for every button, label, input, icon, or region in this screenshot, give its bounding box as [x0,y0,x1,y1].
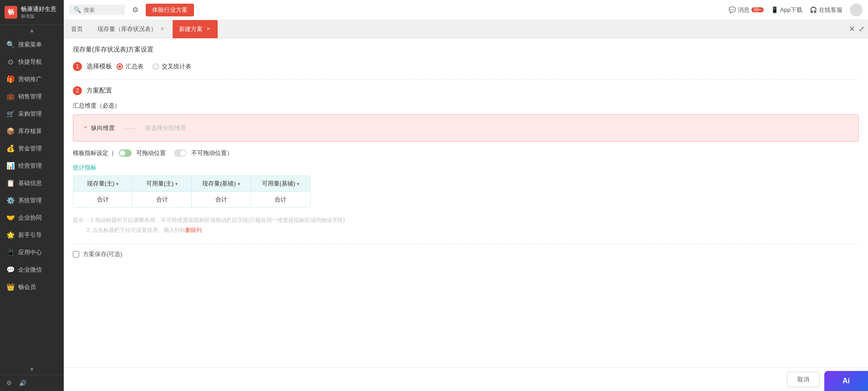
page-title: 现存量(库存状况表)方案设置 [73,46,859,54]
stats-col-1-value: 合计 [133,191,192,207]
sidebar-item-label: 畅会员 [18,283,36,291]
sidebar-scroll-down[interactable]: ▼ [27,365,36,373]
online-service-btn[interactable]: 🎧 在线客服 [810,6,842,14]
sidebar-item-search[interactable]: 🔍 搜索菜单 [0,36,64,53]
stats-col-1-header[interactable]: 可用量(主) ▾ [133,176,192,191]
dim-placeholder[interactable]: 请选择分组维度 [145,124,186,132]
stats-col-3-label: 可用量(基辅) [262,180,296,188]
template-radio-group: 汇总表 交叉统计表 [117,62,191,71]
hint-2-text: 2. 点击标题栏下拉可设置排序、插入列和 [73,227,185,233]
message-icon: 💬 [729,6,736,13]
sidebar-item-label: 基础信息 [18,179,42,187]
step1-title: 选择模板 [87,62,112,71]
page-content: 现存量(库存状况表)方案设置 1 选择模板 汇总表 交叉统计表 [64,38,868,266]
tabs-close-icon[interactable]: ✕ [849,25,855,33]
non-movable-toggle [174,149,187,157]
movable-toggle[interactable] [119,149,132,157]
sidebar-item-enterprise[interactable]: 🤝 企业协同 [0,209,64,226]
sidebar-item-label: 快捷导航 [18,58,42,66]
app-download-btn[interactable]: 📱 App下载 [771,6,802,14]
sidebar-item-quick-nav[interactable]: ⊙ 快捷导航 [0,53,64,71]
tab-new-plan[interactable]: 新建方案 ✕ [173,20,218,38]
template-indicator-row: 模板指标设定（ 可拖动位置 不可拖动位置） [73,149,859,157]
stats-col-3-value: 合计 [251,191,310,207]
step2-badge: 2 [73,86,82,95]
handshake-icon: 🤝 [6,214,15,222]
message-btn[interactable]: 💬 消息 99+ [729,6,764,14]
sidebar-item-purchase[interactable]: 🛒 采购管理 [0,105,64,123]
tab-inventory-status[interactable]: 现存量（库存状况表） ✕ [90,20,173,38]
speaker-icon[interactable]: 🔊 [19,380,26,386]
radio-summary[interactable]: 汇总表 [117,62,143,71]
chevron-down-icon-0: ▾ [116,181,118,186]
gear-button[interactable]: ⚙ [128,4,142,16]
radio-cross[interactable]: 交叉统计表 [153,62,191,71]
gift-icon: 🎁 [6,75,15,83]
tab-new-plan-close[interactable]: ✕ [205,25,211,33]
sidebar-scroll-up[interactable]: ▲ [27,27,36,34]
tab-home[interactable]: 首页 [64,20,90,38]
app-title: 畅康通好生意 [21,5,56,13]
gear-icon: ⚙️ [6,196,15,205]
movable-label: 可拖动位置 [136,149,166,157]
stats-table-header-row: 现存量(主) ▾ 可用量(主) ▾ 现存量(基辅) ▾ [73,176,310,191]
radio-cross-dot [153,63,159,70]
stats-col-1-label: 可用量(主) [146,180,174,188]
movable-dot [120,150,125,156]
chevron-down-icon-2: ▾ [238,181,240,186]
search-icon: 🔍 [6,41,15,49]
topbar-right: 💬 消息 99+ 📱 App下载 🎧 在线客服 [729,4,863,16]
hint-1: 提示： 1.拖动标题栏可以调整布局，不可跨维度或指标区域拖动栏目字段(只能在同一… [73,216,859,226]
sidebar-item-sales[interactable]: 💼 销售管理 [0,88,64,105]
trial-btn[interactable]: 体验行业方案 [146,4,194,16]
tab-inventory-close[interactable]: ✕ [159,25,165,33]
sidebar-bottom: ⚙ 🔊 [0,375,64,391]
sidebar-item-inventory[interactable]: 📦 库存核算 [0,123,64,140]
settings-icon[interactable]: ⚙ [6,380,12,386]
sidebar-item-finance[interactable]: 💰 资金管理 [0,140,64,157]
ai-button[interactable]: Ai [824,371,868,391]
content-area: 现存量(库存状况表)方案设置 1 选择模板 汇总表 交叉统计表 [64,38,868,367]
cancel-button[interactable]: 取消 [787,372,820,387]
sidebar-nav: 🔍 搜索菜单 ⊙ 快捷导航 🎁 营销推广 💼 销售管理 🛒 采购管理 📦 库存核… [0,36,64,364]
avatar[interactable] [850,4,863,16]
radio-summary-dot [117,63,123,70]
sidebar-item-wechat[interactable]: 💬 企业微信 [0,261,64,278]
sidebar-item-system[interactable]: ⚙️ 系统管理 [0,192,64,209]
sidebar-item-label: 系统管理 [18,196,42,205]
chevron-down-icon-1: ▾ [175,181,178,186]
search-icon: 🔍 [74,6,81,13]
stats-col-0-header[interactable]: 现存量(主) ▾ [73,176,133,191]
cart-icon: 🛒 [6,110,15,118]
chevron-down-icon-3: ▾ [297,181,299,186]
stats-table: 现存量(主) ▾ 可用量(主) ▾ 现存量(基辅) ▾ [73,175,311,208]
chat-icon: 💬 [6,266,15,274]
hint-section: 提示： 1.拖动标题栏可以调整布局，不可跨维度或指标区域拖动栏目字段(只能在同一… [73,216,859,235]
tabs-expand-icon[interactable]: ⤢ [858,25,864,33]
stats-col-3-header[interactable]: 可用量(基辅) ▾ [251,176,310,191]
sidebar-item-member[interactable]: 👑 畅会员 [0,278,64,296]
bottom-bar: 取消 查询 [64,367,868,391]
sidebar-item-label: 库存核算 [18,127,42,135]
sidebar-item-label: 采购管理 [18,110,42,118]
step1-badge: 1 [73,62,82,71]
sidebar-item-label: 企业微信 [18,266,42,274]
sidebar-item-marketing[interactable]: 🎁 营销推广 [0,71,64,88]
step2-title: 方案配置 [87,87,112,95]
sidebar-logo: 畅 畅康通好生意 标准版 [0,0,64,25]
search-input[interactable] [84,7,120,13]
headset-icon: 🎧 [810,6,817,13]
sidebar-item-app-center[interactable]: 📱 应用中心 [0,244,64,261]
sidebar-item-newbie[interactable]: 🌟 新手引导 [0,226,64,244]
sidebar-item-basic[interactable]: 📋 基础信息 [0,175,64,192]
tabs-bar: 首页 现存量（库存状况表） ✕ 新建方案 ✕ ✕ ⤢ [64,20,868,38]
sidebar-item-label: 新手引导 [18,231,42,239]
search-box[interactable]: 🔍 [69,5,125,15]
vertical-dim-label: 纵向维度 [91,124,115,132]
app-subtitle: 标准版 [21,13,56,19]
non-movable-dot [180,150,186,156]
required-star: * [84,125,87,132]
stats-col-2-header[interactable]: 现存量(基辅) ▾ [192,176,251,191]
sidebar-item-operation[interactable]: 📊 经营管理 [0,157,64,175]
save-checkbox[interactable] [73,251,79,257]
